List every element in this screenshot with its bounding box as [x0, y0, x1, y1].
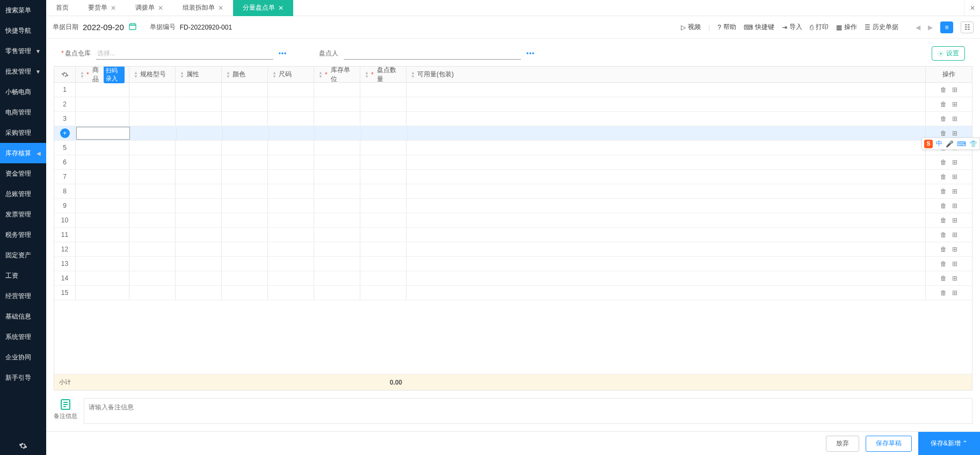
- table-row[interactable]: 2🗑⊞: [54, 97, 972, 112]
- tab-close-icon[interactable]: ✕: [158, 4, 163, 12]
- delete-icon[interactable]: 🗑: [940, 129, 947, 137]
- sidebar-settings-gear[interactable]: [0, 437, 46, 455]
- delete-icon[interactable]: 🗑: [940, 173, 947, 180]
- table-row[interactable]: 3🗑⊞: [54, 112, 972, 126]
- copy-icon[interactable]: ⊞: [952, 173, 957, 180]
- col-avail[interactable]: ▲▼可用量(包装): [406, 67, 926, 82]
- scan-badge[interactable]: 扫码录入: [104, 66, 125, 83]
- tool-shortcut[interactable]: ⌨快捷键: [744, 23, 774, 32]
- delete-icon[interactable]: 🗑: [940, 245, 947, 253]
- ime-more-icon[interactable]: 👕: [969, 140, 977, 148]
- col-product[interactable]: ▲▼*商品 扫码录入: [76, 67, 129, 82]
- tab-3[interactable]: 组装拆卸单✕: [173, 0, 233, 16]
- delete-icon[interactable]: 🗑: [940, 216, 947, 224]
- sidebar-item-7[interactable]: 库存核算◀: [0, 143, 46, 163]
- sidebar-item-5[interactable]: 电商管理: [0, 102, 46, 122]
- table-row[interactable]: 12🗑⊞: [54, 242, 972, 257]
- view-list[interactable]: ≡: [940, 21, 953, 33]
- sidebar-item-13[interactable]: 工资: [0, 265, 46, 286]
- table-row[interactable]: 10🗑⊞: [54, 213, 972, 228]
- delete-icon[interactable]: 🗑: [940, 202, 947, 210]
- delete-icon[interactable]: 🗑: [940, 100, 947, 108]
- sidebar-item-18[interactable]: 新手引导: [0, 367, 46, 388]
- settings-chip[interactable]: 设置: [932, 46, 965, 61]
- copy-icon[interactable]: ⊞: [952, 202, 957, 210]
- tab-4[interactable]: 分量盘点单✕: [233, 0, 293, 16]
- copy-icon[interactable]: ⊞: [952, 245, 957, 253]
- copy-icon[interactable]: ⊞: [952, 187, 957, 195]
- delete-icon[interactable]: 🗑: [940, 158, 947, 166]
- col-size[interactable]: ▲▼尺码: [268, 67, 314, 82]
- sidebar-item-1[interactable]: 快捷导航: [0, 20, 46, 41]
- sidebar-item-8[interactable]: 资金管理: [0, 163, 46, 184]
- col-qty[interactable]: ▲▼*盘点数量: [360, 67, 406, 82]
- delete-icon[interactable]: 🗑: [940, 115, 947, 122]
- table-row[interactable]: 15🗑⊞: [54, 286, 972, 300]
- warehouse-input[interactable]: [96, 47, 273, 60]
- table-row[interactable]: 11🗑⊞: [54, 228, 972, 242]
- sidebar-item-16[interactable]: 系统管理: [0, 327, 46, 347]
- person-input[interactable]: [344, 47, 521, 60]
- sidebar-item-15[interactable]: 基础信息: [0, 306, 46, 327]
- discard-button[interactable]: 放弃: [826, 436, 859, 452]
- copy-icon[interactable]: ⊞: [952, 260, 957, 268]
- col-color[interactable]: ▲▼颜色: [222, 67, 268, 82]
- table-row[interactable]: +🗑⊞: [54, 126, 972, 141]
- person-more-icon[interactable]: •••: [526, 50, 535, 57]
- sidebar-item-4[interactable]: 小畅电商: [0, 82, 46, 102]
- sidebar-item-9[interactable]: 总账管理: [0, 184, 46, 204]
- ime-lang[interactable]: 中: [936, 139, 942, 148]
- table-row[interactable]: 5🗑⊞: [54, 141, 972, 155]
- tab-2[interactable]: 调拨单✕: [126, 0, 173, 16]
- sidebar-item-17[interactable]: 企业协同: [0, 347, 46, 367]
- sidebar-item-14[interactable]: 经营管理: [0, 286, 46, 306]
- sidebar-item-12[interactable]: 固定资产: [0, 245, 46, 265]
- tool-import[interactable]: ⇥导入: [782, 23, 802, 32]
- delete-icon[interactable]: 🗑: [940, 275, 947, 282]
- tool-help[interactable]: ?帮助: [717, 23, 736, 32]
- calendar-icon[interactable]: [128, 22, 137, 32]
- col-unit[interactable]: ▲▼*库存单位: [314, 67, 360, 82]
- table-row[interactable]: 9🗑⊞: [54, 199, 972, 213]
- date-value[interactable]: 2022-09-20: [83, 23, 124, 32]
- copy-icon[interactable]: ⊞: [952, 275, 957, 282]
- delete-icon[interactable]: 🗑: [940, 231, 947, 239]
- sidebar-item-0[interactable]: 搜索菜单: [0, 0, 46, 20]
- tab-0[interactable]: 首页: [46, 0, 78, 16]
- copy-icon[interactable]: ⊞: [952, 129, 957, 137]
- table-row[interactable]: 7🗑⊞: [54, 170, 972, 184]
- warehouse-more-icon[interactable]: •••: [279, 50, 287, 57]
- sidebar-item-11[interactable]: 税务管理: [0, 225, 46, 245]
- delete-icon[interactable]: 🗑: [940, 187, 947, 195]
- tab-close-icon[interactable]: ✕: [278, 4, 284, 12]
- tab-close-icon[interactable]: ✕: [218, 4, 223, 12]
- tab-1[interactable]: 要货单✕: [78, 0, 126, 16]
- copy-icon[interactable]: ⊞: [952, 289, 957, 297]
- copy-icon[interactable]: ⊞: [952, 115, 957, 122]
- sidebar-item-6[interactable]: 采购管理: [0, 122, 46, 143]
- delete-icon[interactable]: 🗑: [940, 86, 947, 93]
- table-row[interactable]: 1🗑⊞: [54, 83, 972, 97]
- tool-operate[interactable]: ▦操作: [836, 23, 857, 32]
- save-new-button[interactable]: 保存&新增 ⌃: [918, 432, 980, 456]
- copy-icon[interactable]: ⊞: [952, 158, 957, 166]
- tab-close-icon[interactable]: ✕: [111, 4, 116, 12]
- view-detail[interactable]: ☷: [961, 21, 974, 33]
- delete-icon[interactable]: 🗑: [940, 289, 947, 297]
- table-row[interactable]: 8🗑⊞: [54, 184, 972, 199]
- sidebar-item-3[interactable]: 批发管理▼: [0, 61, 46, 82]
- copy-icon[interactable]: ⊞: [952, 216, 957, 224]
- sidebar-item-2[interactable]: 零售管理▼: [0, 41, 46, 61]
- table-row[interactable]: 13🗑⊞: [54, 257, 972, 271]
- col-gear[interactable]: [54, 67, 76, 82]
- save-draft-button[interactable]: 保存草稿: [866, 436, 912, 452]
- col-attr[interactable]: ▲▼属性: [176, 67, 222, 82]
- tool-video[interactable]: ▷视频: [681, 23, 701, 32]
- table-row[interactable]: 6🗑⊞: [54, 155, 972, 170]
- delete-icon[interactable]: 🗑: [940, 260, 947, 268]
- ime-keyboard-icon[interactable]: ⌨: [957, 140, 966, 148]
- copy-icon[interactable]: ⊞: [952, 86, 957, 93]
- col-spec[interactable]: ▲▼规格型号: [129, 67, 176, 82]
- add-row-button[interactable]: +: [60, 128, 70, 138]
- remark-input[interactable]: [84, 398, 972, 424]
